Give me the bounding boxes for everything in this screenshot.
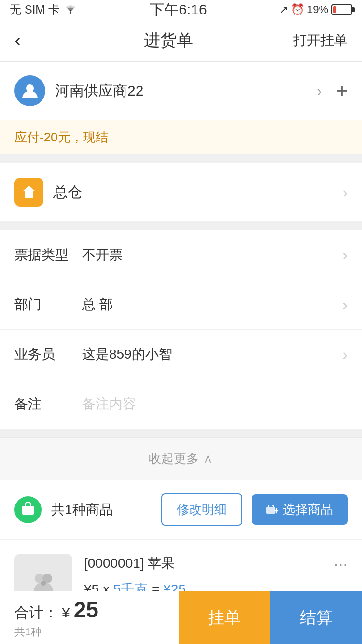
battery-icon (331, 4, 352, 15)
product-name: [0000001] 苹果 (84, 554, 334, 573)
salesperson-row[interactable]: 业务员 这是859的小智 › (0, 330, 362, 379)
invoice-row[interactable]: 票据类型 不开票 › (0, 230, 362, 280)
edit-details-button[interactable]: 修改明细 (161, 493, 242, 526)
form-section: 票据类型 不开票 › 部门 总 部 › 业务员 这是859的小智 › 备注 备注… (0, 230, 362, 429)
department-value: 总 部 (82, 295, 342, 314)
cart-icon (20, 502, 36, 518)
warehouse-row[interactable]: 总仓 › (0, 163, 362, 222)
person-icon (21, 82, 39, 99)
battery-percent: 19% (307, 3, 328, 16)
add-supplier-button[interactable]: + (336, 80, 348, 102)
status-bar: 无 SIM 卡 下午6:16 ↗ ⏰ 19% (0, 0, 362, 19)
product-more-button[interactable]: ··· (334, 554, 348, 573)
salesperson-chevron-icon: › (342, 346, 348, 364)
warehouse-label: 总仓 (53, 182, 342, 202)
total-label: 合计： (14, 603, 58, 623)
supplier-section: 河南供应商22 › + 应付-20元，现结 (0, 62, 362, 154)
total-amount: 25 (74, 597, 98, 623)
product-code: [0000001] (84, 556, 144, 571)
open-hang-button[interactable]: 打开挂单 (293, 31, 348, 50)
page-title: 进货单 (144, 29, 193, 52)
hang-order-button[interactable]: 挂单 (179, 591, 270, 644)
department-chevron-icon: › (342, 296, 348, 314)
remark-label: 备注 (14, 395, 82, 413)
salesperson-label: 业务员 (14, 345, 82, 364)
footer: 合计： ¥ 25 共1种 挂单 结算 (0, 591, 362, 644)
status-time: 下午6:16 (150, 0, 207, 20)
home-icon (21, 184, 37, 200)
alarm-icon: ⏰ (291, 3, 304, 16)
carrier-text: 无 SIM 卡 (10, 2, 60, 17)
products-icon (14, 496, 42, 523)
select-products-label: 选择商品 (283, 501, 333, 518)
supplier-avatar (14, 75, 45, 106)
invoice-value: 不开票 (82, 246, 342, 264)
back-button[interactable]: ‹ (14, 29, 43, 51)
department-row[interactable]: 部门 总 部 › (0, 280, 362, 330)
department-label: 部门 (14, 295, 82, 314)
checkout-button[interactable]: 结算 (270, 591, 362, 644)
supplier-notice: 应付-20元，现结 (0, 120, 362, 154)
warehouse-chevron-icon: › (342, 183, 348, 201)
svg-point-6 (41, 581, 46, 586)
product-title: 苹果 (148, 556, 175, 571)
salesperson-value: 这是859的小智 (82, 345, 342, 364)
footer-total: 合计： ¥ 25 共1种 (0, 591, 179, 644)
status-right: ↗ ⏰ 19% (279, 3, 352, 16)
status-left: 无 SIM 卡 (10, 2, 77, 17)
location-icon: ↗ (279, 3, 288, 16)
products-header: 共1种商品 修改明细 选择商品 (0, 480, 362, 540)
warehouse-icon (14, 178, 43, 207)
supplier-chevron-icon: › (317, 82, 322, 100)
supplier-row[interactable]: 河南供应商22 › + (0, 62, 362, 120)
content: 河南供应商22 › + 应付-20元，现结 总仓 › 票据类型 不开票 › 部门… (0, 62, 362, 627)
invoice-label: 票据类型 (14, 246, 82, 264)
invoice-chevron-icon: › (342, 246, 348, 264)
cart-add-icon (266, 505, 279, 515)
svg-point-0 (70, 12, 71, 14)
products-count: 共1种商品 (51, 501, 161, 519)
warehouse-section: 总仓 › (0, 163, 362, 222)
svg-rect-2 (22, 506, 34, 515)
total-currency: ¥ (62, 604, 70, 621)
collapse-bar[interactable]: 收起更多 ∧ (0, 437, 362, 480)
footer-sub-label: 共1种 (14, 625, 164, 639)
supplier-name: 河南供应商22 (55, 81, 317, 101)
remark-placeholder: 备注内容 (82, 395, 348, 413)
select-products-button[interactable]: 选择商品 (252, 494, 348, 525)
wifi-icon (64, 3, 77, 16)
nav-bar: ‹ 进货单 打开挂单 (0, 19, 362, 62)
footer-total-row: 合计： ¥ 25 (14, 597, 164, 623)
remark-row[interactable]: 备注 备注内容 (0, 379, 362, 429)
